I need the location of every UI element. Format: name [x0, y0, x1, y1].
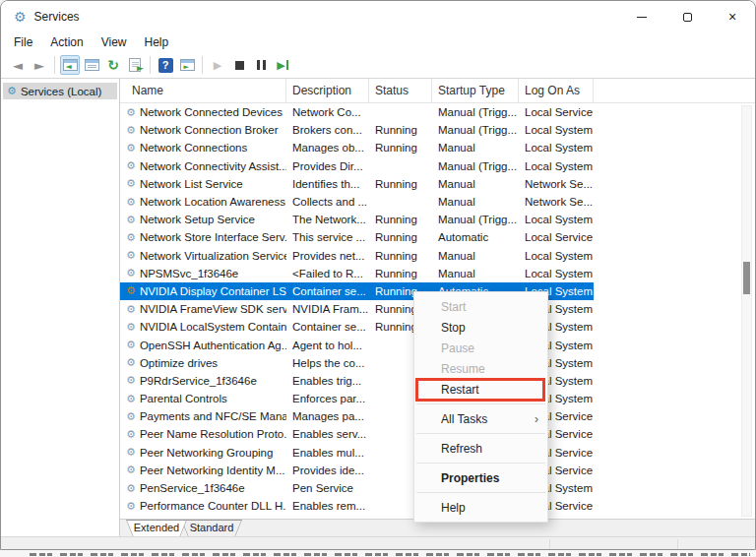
service-logon-cell: Local System: [519, 142, 594, 154]
menu-file[interactable]: File: [5, 33, 41, 51]
service-name: Network Connectivity Assist...: [140, 160, 286, 172]
menu-bar: FileActionViewHelp: [1, 32, 755, 52]
context-menu: StartStopPauseResumeRestartAll Tasks›Ref…: [413, 291, 548, 523]
column-header-name[interactable]: Name: [120, 79, 286, 102]
minimize-button[interactable]: [619, 1, 664, 32]
service-row[interactable]: ⚙Network Connected Devices ...Network Co…: [120, 103, 594, 121]
service-row[interactable]: ⚙Network Location AwarenessCollects and …: [120, 193, 594, 211]
refresh-button[interactable]: ↻: [103, 55, 123, 75]
service-gear-icon: ⚙: [126, 483, 136, 494]
service-row[interactable]: ⚙Network Connectivity Assist...Provides …: [120, 157, 594, 175]
service-name: Parental Controls: [140, 393, 227, 404]
service-status-cell: Running: [369, 124, 432, 136]
column-header-startup-type[interactable]: Startup Type: [432, 79, 519, 102]
forward-button[interactable]: ►: [30, 55, 49, 75]
column-header-log-on-as[interactable]: Log On As: [519, 79, 594, 102]
menu-separator: [416, 403, 545, 404]
service-gear-icon: ⚙: [126, 285, 136, 296]
service-description-cell: Collects and ...: [286, 196, 369, 208]
service-gear-icon: ⚙: [126, 125, 136, 136]
service-row[interactable]: ⚙Network Setup ServiceThe Network...Runn…: [120, 211, 594, 228]
extended-view-button[interactable]: ►: [177, 55, 197, 75]
service-description-cell: The Network...: [286, 214, 369, 225]
stop-service-button[interactable]: [229, 55, 249, 75]
service-name-cell: ⚙NVIDIA LocalSystem Contain...: [120, 321, 286, 333]
service-description-cell: Container se...: [286, 321, 369, 333]
menu-action[interactable]: Action: [41, 33, 92, 51]
service-name-cell: ⚙Network List Service: [120, 178, 286, 190]
submenu-arrow-icon: ›: [535, 412, 538, 426]
sidebar-item-services-local[interactable]: ⚙ Services (Local): [3, 83, 117, 99]
menu-view[interactable]: View: [93, 33, 136, 51]
start-service-button[interactable]: ▶: [208, 55, 227, 75]
service-logon-cell: Local System: [519, 250, 594, 262]
service-startup-cell: Manual: [432, 178, 519, 190]
service-name-cell: ⚙P9RdrService_1f3646e: [120, 375, 286, 387]
service-status-cell: Running: [369, 268, 432, 279]
toolbar: ◄ ► ◄ ↻ ► ? ► ▶ ▶: [1, 52, 755, 79]
export-list-button[interactable]: ►: [125, 55, 145, 75]
service-name: NVIDIA LocalSystem Contain...: [140, 321, 286, 333]
service-startup-cell: Manual (Trigg...: [432, 124, 519, 136]
context-menu-item-properties[interactable]: Properties: [414, 467, 547, 488]
tab-standard[interactable]: Standard: [181, 520, 242, 536]
back-button[interactable]: ◄: [8, 55, 28, 75]
service-description-cell: Container se...: [286, 285, 369, 297]
maximize-icon: [683, 13, 692, 22]
service-name: Payments and NFC/SE Mana...: [140, 410, 286, 422]
service-name-cell: ⚙OpenSSH Authentication Ag...: [120, 340, 286, 351]
menu-separator: [416, 433, 545, 434]
service-row[interactable]: ⚙Network ConnectionsManages ob...Running…: [120, 139, 594, 156]
service-name-cell: ⚙Network Setup Service: [120, 214, 286, 225]
column-header-label: Status: [369, 84, 409, 97]
service-logon-cell: Network Se...: [519, 196, 594, 208]
context-menu-item-label: Start: [441, 300, 466, 314]
service-gear-icon: ⚙: [126, 340, 136, 350]
close-button[interactable]: ×: [710, 1, 755, 32]
context-menu-item-refresh[interactable]: Refresh: [414, 438, 547, 459]
properties-list-button[interactable]: [82, 55, 101, 75]
service-description-cell: Enables mul...: [286, 447, 369, 459]
service-row[interactable]: ⚙Network List ServiceIdentifies th...Run…: [120, 175, 594, 193]
service-gear-icon: ⚙: [126, 429, 136, 440]
service-name-cell: ⚙PenService_1f3646e: [120, 482, 286, 494]
context-menu-item-label: Properties: [441, 471, 499, 485]
services-gear-icon: ⚙: [14, 10, 27, 24]
service-name-cell: ⚙Network Connections: [120, 142, 286, 154]
menu-help[interactable]: Help: [136, 33, 178, 51]
restart-service-button[interactable]: ▶: [273, 55, 292, 75]
scrollbar-thumb[interactable]: [743, 262, 750, 294]
show-console-tree-button[interactable]: ◄: [60, 55, 80, 75]
console-tree-icon: ◄: [63, 59, 78, 71]
context-menu-item-help[interactable]: Help: [414, 497, 547, 518]
title-bar: ⚙ Services ×: [1, 1, 755, 32]
maximize-button[interactable]: [664, 1, 710, 32]
status-bar: [1, 536, 755, 550]
vertical-scrollbar[interactable]: [741, 105, 752, 517]
service-name-cell: ⚙NVIDIA FrameView SDK servi...: [120, 303, 286, 315]
service-description-cell: Provides ide...: [286, 464, 369, 476]
service-logon-cell: Local System: [519, 124, 594, 136]
context-menu-item-all-tasks[interactable]: All Tasks›: [414, 408, 547, 429]
service-row[interactable]: ⚙NPSMSvc_1f3646e<Failed to R...RunningMa…: [120, 265, 594, 282]
service-gear-icon: ⚙: [126, 232, 136, 243]
service-row[interactable]: ⚙Network Connection BrokerBrokers con...…: [120, 121, 594, 139]
service-row[interactable]: ⚙Network Virtualization ServiceProvides …: [120, 247, 594, 265]
context-menu-item-stop[interactable]: Stop: [414, 317, 547, 338]
column-header-description[interactable]: Description: [286, 79, 369, 102]
service-name: Optimize drives: [140, 357, 218, 369]
stop-icon: [235, 61, 244, 70]
status-bar-divider: [677, 539, 678, 550]
help-button[interactable]: ?: [156, 55, 175, 75]
service-gear-icon: ⚙: [126, 447, 136, 458]
sort-ascending-icon: ˆ: [199, 79, 202, 88]
pause-service-button[interactable]: [251, 55, 271, 75]
service-name: Peer Networking Grouping: [140, 447, 274, 459]
service-startup-cell: Manual (Trigg...: [432, 160, 519, 172]
service-gear-icon: ⚙: [126, 160, 136, 171]
context-menu-item-label: Stop: [441, 321, 466, 335]
service-gear-icon: ⚙: [126, 464, 136, 475]
service-row[interactable]: ⚙Network Store Interface Serv...This ser…: [120, 228, 594, 246]
column-header-status[interactable]: Status: [369, 79, 432, 102]
tab-extended[interactable]: Extended: [126, 520, 187, 536]
